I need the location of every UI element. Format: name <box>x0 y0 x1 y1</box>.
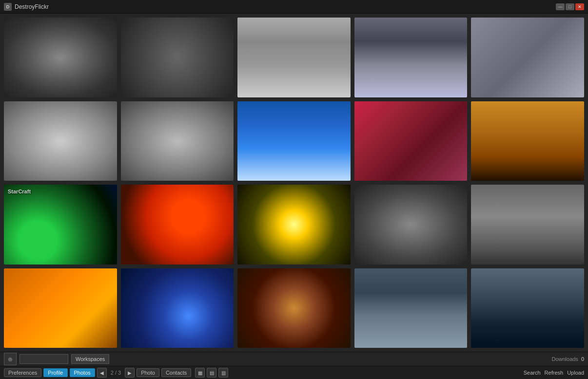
username-input[interactable] <box>20 354 68 364</box>
photo-grid <box>4 18 584 348</box>
photo-image-16 <box>4 268 117 348</box>
app-icon: D <box>4 3 12 11</box>
refresh-link[interactable]: Refresh <box>545 370 564 376</box>
photo-19[interactable] <box>354 268 468 348</box>
avatar-icon: ☻ <box>7 355 14 363</box>
photo-18[interactable] <box>237 268 351 348</box>
view-icon-2[interactable]: ▤ <box>207 368 216 378</box>
photo-image-14 <box>354 185 468 265</box>
photo-image-5 <box>471 18 584 97</box>
photo-image-18 <box>237 268 351 348</box>
next-page-button[interactable]: ▶ <box>125 368 135 378</box>
photo-10[interactable] <box>471 101 584 181</box>
close-button[interactable]: ✕ <box>575 3 584 10</box>
page-indicator: 2 / 3 <box>109 370 123 376</box>
photo-image-8 <box>237 101 351 181</box>
photo-2[interactable] <box>121 18 234 97</box>
photo-image-9 <box>354 101 468 181</box>
photo-button[interactable]: Photo <box>137 368 159 377</box>
photo-image-3 <box>237 18 351 97</box>
photo-5[interactable] <box>471 18 584 97</box>
main-content <box>0 14 588 352</box>
photo-image-7 <box>121 101 234 181</box>
contacts-button[interactable]: Contacts <box>161 368 191 377</box>
photo-4[interactable] <box>354 18 468 97</box>
preferences-button[interactable]: Preferences <box>4 368 41 377</box>
photo-image-10 <box>471 101 584 181</box>
view-icon-1[interactable]: ▦ <box>195 368 205 378</box>
profile-button[interactable]: Profile <box>43 368 67 377</box>
toolbar-bottom: Preferences Profile Photos ◀ 2 / 3 ▶ Pho… <box>0 366 588 379</box>
search-link[interactable]: Search <box>524 370 541 376</box>
photo-11[interactable] <box>4 185 117 265</box>
photo-image-20 <box>471 268 584 348</box>
workspaces-button[interactable]: Workspaces <box>71 354 109 364</box>
photo-13[interactable] <box>237 185 351 265</box>
toolbar-right: Search Refresh Upload <box>524 370 584 376</box>
maximize-button[interactable]: □ <box>566 3 574 10</box>
titlebar-left: D DestroyFlickr <box>4 3 49 11</box>
downloads-label: Downloads <box>551 356 578 362</box>
photo-7[interactable] <box>121 101 234 181</box>
upload-link[interactable]: Upload <box>567 370 584 376</box>
photo-image-2 <box>121 18 234 97</box>
prev-page-button[interactable]: ◀ <box>97 368 107 378</box>
photo-image-19 <box>354 268 468 348</box>
titlebar: D DestroyFlickr — □ ✕ <box>0 0 588 14</box>
photo-image-12 <box>121 185 234 265</box>
view-icon-3[interactable]: ▥ <box>218 368 228 378</box>
photo-image-1 <box>4 18 117 97</box>
window-controls: — □ ✕ <box>556 3 584 10</box>
photo-20[interactable] <box>471 268 584 348</box>
downloads-count: 0 <box>581 356 584 362</box>
photo-15[interactable] <box>471 185 584 265</box>
photo-image-13 <box>237 185 351 265</box>
photos-button[interactable]: Photos <box>70 368 95 377</box>
photo-image-17 <box>121 268 234 348</box>
bottom-toolbar: ☻ Workspaces Downloads 0 Preferences Pro… <box>0 352 588 379</box>
photo-1[interactable] <box>4 18 117 97</box>
photo-3[interactable] <box>237 18 351 97</box>
photo-image-11 <box>4 185 117 265</box>
photo-image-6 <box>4 101 117 181</box>
minimize-button[interactable]: — <box>556 3 565 10</box>
photo-17[interactable] <box>121 268 234 348</box>
toolbar-top: ☻ Workspaces Downloads 0 <box>0 352 588 366</box>
photo-8[interactable] <box>237 101 351 181</box>
downloads-area: Downloads 0 <box>551 356 584 362</box>
photo-9[interactable] <box>354 101 468 181</box>
photo-16[interactable] <box>4 268 117 348</box>
photo-image-15 <box>471 185 584 265</box>
photo-image-4 <box>354 18 468 97</box>
app-title: DestroyFlickr <box>15 3 49 10</box>
photo-14[interactable] <box>354 185 468 265</box>
photo-6[interactable] <box>4 101 117 181</box>
avatar[interactable]: ☻ <box>4 353 17 365</box>
photo-12[interactable] <box>121 185 234 265</box>
